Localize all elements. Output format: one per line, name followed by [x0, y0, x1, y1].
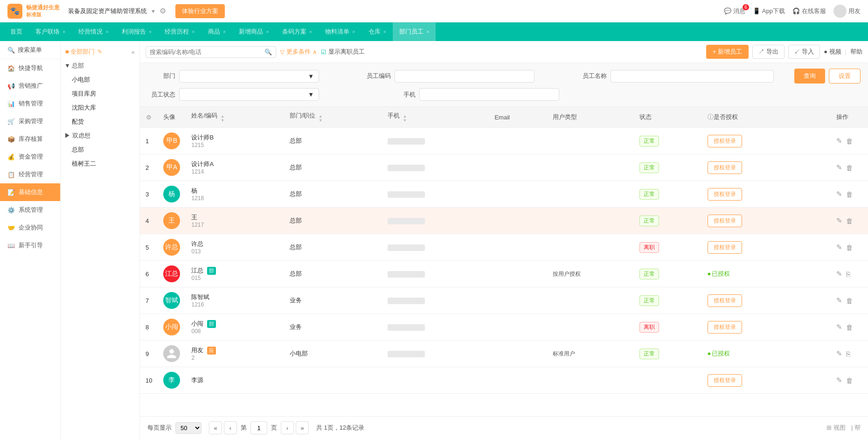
collapse-tree-icon[interactable]: «	[132, 49, 135, 56]
close-icon[interactable]: ×	[223, 29, 226, 35]
tab-customer[interactable]: 客户联络 ×	[29, 22, 72, 41]
delete-icon[interactable]: 🗑	[846, 137, 853, 145]
empcode-filter-input[interactable]	[395, 70, 535, 83]
close-icon[interactable]: ×	[266, 29, 269, 35]
close-icon[interactable]: ×	[62, 29, 65, 35]
auth-login-btn[interactable]: 授权登录	[708, 188, 742, 201]
delete-icon[interactable]: 🗑	[846, 323, 853, 331]
close-icon[interactable]: ×	[309, 29, 312, 35]
tab-bom[interactable]: 物料清单 ×	[319, 22, 361, 41]
edit-icon[interactable]: ✎	[836, 190, 842, 198]
set-btn[interactable]: 设置	[829, 69, 861, 84]
dept-node-zhishu[interactable]: 植树王二	[61, 157, 139, 171]
view-toggle-icon[interactable]: ⊞ 视图	[826, 424, 846, 432]
edit-icon[interactable]: ✎	[836, 137, 842, 145]
per-page-select[interactable]: 50 20 100	[175, 422, 201, 434]
phone-filter-input[interactable]	[419, 88, 559, 101]
app-download-btn[interactable]: 📱 App下载	[753, 7, 785, 15]
dept-node-peihuo[interactable]: 配货	[61, 115, 139, 129]
empname-filter-input[interactable]	[611, 70, 774, 83]
online-service-btn[interactable]: 🎧 在线客服	[792, 7, 826, 15]
copy-icon[interactable]: ⎘	[846, 270, 850, 278]
tab-add-goods[interactable]: 新增商品 ×	[232, 22, 275, 41]
try-industry-btn[interactable]: 体验行业方案	[175, 4, 225, 18]
tab-employee[interactable]: 部门员工 ×	[393, 22, 436, 41]
first-page-btn[interactable]: «	[209, 421, 222, 434]
tab-barcode[interactable]: 条码方案 ×	[276, 22, 319, 41]
dept-node-project[interactable]: 项目库房	[61, 87, 139, 101]
help-icon[interactable]: | 帮	[851, 424, 861, 432]
close-icon[interactable]: ×	[192, 29, 194, 35]
help-btn[interactable]: 帮助	[850, 48, 862, 56]
search-btn-icon[interactable]: 🔍	[264, 49, 272, 56]
message-btn[interactable]: 💬 消息 6	[724, 7, 745, 15]
current-page-input[interactable]	[250, 421, 267, 434]
sort-name-icon[interactable]: ▲▼	[221, 114, 225, 123]
edit-icon[interactable]: ✎	[836, 296, 842, 305]
search-input[interactable]	[150, 49, 264, 56]
edit-icon[interactable]: ✎	[836, 323, 842, 331]
tab-warehouse[interactable]: 仓库 ×	[362, 22, 393, 41]
close-icon[interactable]: ×	[149, 29, 152, 35]
sidebar-item-guide[interactable]: 📖 新手引导	[0, 237, 60, 254]
dept-node-shuangluxiang[interactable]: ▶ 双虑想	[61, 129, 139, 143]
close-icon[interactable]: ×	[352, 29, 355, 35]
tab-home[interactable]: 首页	[4, 22, 29, 41]
last-page-btn[interactable]: »	[296, 421, 309, 434]
sort-dept-icon[interactable]: ▲▼	[319, 114, 323, 123]
sort-phone-icon[interactable]: ▲▼	[403, 114, 407, 123]
sidebar-item-finance[interactable]: 💰 资金管理	[0, 148, 60, 166]
auth-login-btn[interactable]: 授权登录	[708, 294, 742, 307]
gear-icon[interactable]: ⚙	[160, 7, 166, 15]
dept-node-zongbu[interactable]: 总部	[61, 143, 139, 157]
dept-filter-select[interactable]: ▼	[179, 70, 319, 83]
show-former-checkbox[interactable]: ☑ 显示离职员工	[321, 48, 365, 56]
delete-icon[interactable]: 🗑	[846, 217, 853, 225]
edit-icon[interactable]: ✎	[836, 243, 842, 251]
auth-login-btn[interactable]: 授权登录	[708, 161, 742, 174]
dept-node-shenyang[interactable]: 沈阳大库	[61, 101, 139, 115]
more-filter-btn[interactable]: ▽ 更多条件 ∧	[280, 48, 317, 56]
edit-icon[interactable]: ✎	[836, 163, 842, 172]
sidebar-item-inventory[interactable]: 📦 库存核算	[0, 130, 60, 148]
import-btn[interactable]: ↙ 导入	[788, 45, 820, 59]
query-btn[interactable]: 查询	[794, 69, 825, 84]
sidebar-item-basic[interactable]: 📝 基础信息	[0, 183, 60, 201]
auth-login-btn[interactable]: 授权登录	[708, 374, 742, 387]
export-btn[interactable]: ↗ 导出	[752, 45, 785, 59]
edit-icon[interactable]: ✎	[836, 216, 842, 225]
delete-icon[interactable]: 🗑	[846, 297, 853, 305]
edit-icon[interactable]: ✎	[836, 349, 842, 358]
auth-login-btn[interactable]: 授权登录	[708, 135, 742, 147]
tab-goods[interactable]: 商品 ×	[201, 22, 232, 41]
close-icon[interactable]: ×	[105, 29, 108, 35]
status-filter-select[interactable]: ▼	[179, 88, 319, 101]
tab-operation[interactable]: 经营情况 ×	[72, 22, 115, 41]
close-icon[interactable]: ×	[383, 29, 386, 35]
edit-dept-icon[interactable]: ✎	[97, 49, 102, 55]
sidebar-item-sales[interactable]: 📊 销售管理	[0, 95, 60, 112]
dept-node-xiaodian[interactable]: 小电部	[61, 73, 139, 87]
table-settings-icon[interactable]: ⚙	[146, 114, 152, 121]
auth-login-btn[interactable]: 授权登录	[708, 241, 742, 254]
view-btn[interactable]: ● 视频	[824, 48, 841, 56]
system-dropdown-arrow[interactable]: ▼	[151, 8, 156, 14]
delete-icon[interactable]: 🗑	[846, 376, 853, 384]
copy-icon[interactable]: ⎘	[846, 350, 850, 358]
user-menu-btn[interactable]: 用友	[833, 5, 861, 18]
auth-login-btn[interactable]: 授权登录	[708, 215, 742, 227]
add-employee-btn[interactable]: + 新增员工	[706, 45, 749, 59]
sidebar-item-marketing[interactable]: 📢 营销推广	[0, 77, 60, 95]
tab-history[interactable]: 经营历程 ×	[158, 22, 201, 41]
delete-icon[interactable]: 🗑	[846, 190, 853, 198]
close-icon[interactable]: ×	[426, 29, 429, 35]
sidebar-item-collab[interactable]: 🤝 企业协同	[0, 219, 60, 237]
edit-icon[interactable]: ✎	[836, 270, 842, 278]
next-page-btn[interactable]: ›	[281, 421, 294, 434]
sidebar-item-system[interactable]: ⚙️ 系统管理	[0, 201, 60, 219]
tab-profit[interactable]: 利润报告 ×	[115, 22, 158, 41]
sidebar-item-purchase[interactable]: 🛒 采购管理	[0, 112, 60, 130]
sidebar-item-management[interactable]: 📋 经营管理	[0, 166, 60, 183]
sidebar-search[interactable]: 🔍 搜索菜单	[0, 41, 60, 59]
sidebar-item-quicknav[interactable]: 🏠 快捷导航	[0, 59, 60, 77]
